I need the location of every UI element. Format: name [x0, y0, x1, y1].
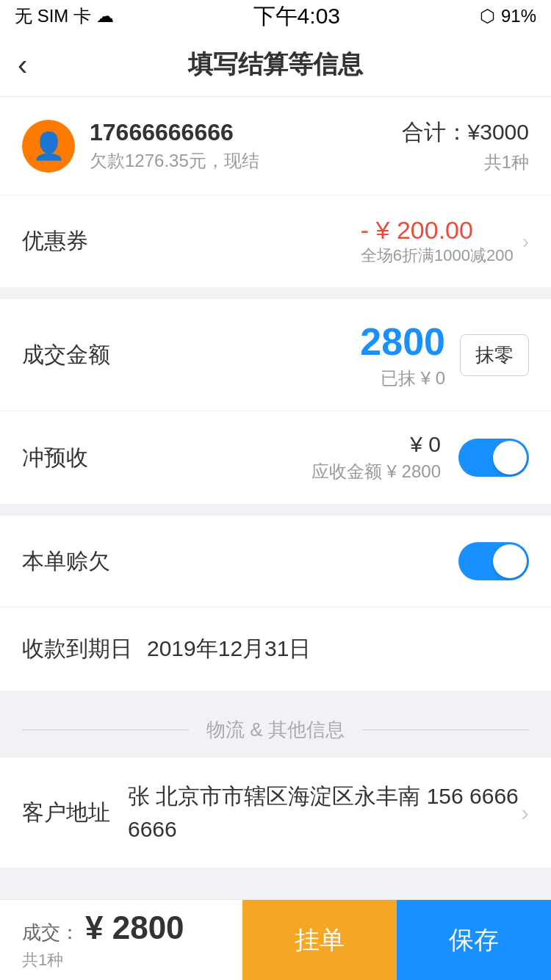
nav-bar: ‹ 填写结算等信息 — [0, 32, 551, 97]
customer-section: 👤 17666666666 欠款1276.35元，现结 合计：¥3000 共1种… — [0, 97, 551, 287]
address-row[interactable]: 客户地址 张 北京市市辖区海淀区永丰南 156 6666 6666 › — [0, 757, 551, 868]
debt-section: 本单赊欠 收款到期日 2019年12月31日 — [0, 516, 551, 691]
coupon-label: 优惠券 — [22, 226, 88, 256]
bottom-summary-label: 成交： — [22, 920, 79, 945]
prepay-total: 应收金额 ¥ 2800 — [311, 460, 441, 483]
address-section: 客户地址 张 北京市市辖区海淀区永丰南 156 6666 6666 › — [0, 757, 551, 868]
no-sim-text: 无 SIM 卡 ☁ — [15, 4, 114, 28]
prepay-toggle[interactable] — [458, 439, 529, 477]
prepay-amount-wrap: ¥ 0 应收金额 ¥ 2800 — [311, 432, 441, 483]
round-button[interactable]: 抹零 — [460, 334, 529, 376]
customer-right: 合计：¥3000 共1种 — [402, 118, 529, 174]
bottom-summary: 成交： ¥ 2800 共1种 — [0, 909, 242, 971]
duedate-label: 收款到期日 — [22, 634, 132, 664]
save-button[interactable]: 保存 — [397, 900, 551, 981]
amount-row: 成交金额 2800 已抹 ¥ 0 抹零 — [0, 299, 551, 411]
address-chevron-icon: › — [521, 799, 529, 826]
customer-phone: 17666666666 — [90, 119, 259, 146]
avatar: 👤 — [22, 120, 75, 173]
bottom-summary-top: 成交： ¥ 2800 — [22, 909, 220, 946]
amount-label: 成交金额 — [22, 340, 110, 370]
chevron-right-icon: › — [522, 230, 529, 253]
prepay-amount: ¥ 0 — [311, 432, 441, 457]
debt-label: 本单赊欠 — [22, 547, 110, 577]
avatar-icon: 👤 — [32, 131, 65, 162]
coupon-desc: 全场6折满1000减200 — [361, 245, 514, 267]
bottom-summary-amount: ¥ 2800 — [85, 909, 184, 946]
status-right: ⬡ 91% — [480, 6, 536, 26]
toggle-thumb — [493, 441, 527, 475]
hold-button[interactable]: 挂单 — [242, 900, 397, 981]
back-button[interactable]: ‹ — [18, 50, 27, 79]
logistics-divider-inner: 物流 & 其他信息 — [22, 717, 529, 743]
bottom-summary-count: 共1种 — [22, 949, 220, 971]
page-title: 填写结算等信息 — [188, 48, 363, 82]
coupon-right: - ¥ 200.00 全场6折满1000减200 › — [361, 216, 529, 267]
logistics-label: 物流 & 其他信息 — [206, 717, 345, 743]
address-label: 客户地址 — [22, 798, 110, 828]
customer-row: 👤 17666666666 欠款1276.35元，现结 合计：¥3000 共1种 — [0, 97, 551, 195]
customer-debt: 欠款1276.35元，现结 — [90, 149, 259, 173]
address-value: 张 北京市市辖区海淀区永丰南 156 6666 6666 — [128, 779, 521, 846]
bottom-bar: 成交： ¥ 2800 共1种 挂单 保存 — [0, 899, 551, 980]
prepay-right: ¥ 0 应收金额 ¥ 2800 — [311, 432, 529, 483]
customer-info: 17666666666 欠款1276.35元，现结 — [90, 119, 259, 173]
status-time: 下午4:03 — [253, 1, 340, 32]
amount-section: 成交金额 2800 已抹 ¥ 0 抹零 冲预收 ¥ 0 应收金额 ¥ 2800 — [0, 299, 551, 504]
divider-line-left — [22, 729, 189, 730]
duedate-row: 收款到期日 2019年12月31日 — [0, 607, 551, 691]
prepay-row: 冲预收 ¥ 0 应收金额 ¥ 2800 — [0, 411, 551, 504]
prepay-label: 冲预收 — [22, 443, 88, 473]
amount-value: 2800 — [360, 320, 445, 364]
coupon-row[interactable]: 优惠券 - ¥ 200.00 全场6折满1000减200 › — [0, 195, 551, 287]
divider-line-right — [362, 729, 529, 730]
debt-toggle-thumb — [493, 544, 527, 578]
status-left: 无 SIM 卡 ☁ — [15, 4, 114, 28]
coupon-discount: - ¥ 200.00 — [361, 216, 514, 245]
status-bar: 无 SIM 卡 ☁ 下午4:03 ⬡ 91% — [0, 0, 551, 32]
amount-sub: 已抹 ¥ 0 — [360, 367, 445, 390]
amount-right: 2800 已抹 ¥ 0 抹零 — [360, 320, 529, 390]
debt-row: 本单赊欠 — [0, 516, 551, 607]
logistics-divider: 物流 & 其他信息 — [0, 702, 551, 757]
debt-toggle[interactable] — [458, 542, 529, 580]
total-count: 共1种 — [402, 151, 529, 174]
duedate-value: 2019年12月31日 — [147, 634, 311, 664]
battery-icon: ⬡ — [480, 6, 495, 26]
customer-left: 👤 17666666666 欠款1276.35元，现结 — [22, 119, 259, 173]
battery-percent: 91% — [501, 6, 536, 26]
total-amount: 合计：¥3000 — [402, 118, 529, 148]
